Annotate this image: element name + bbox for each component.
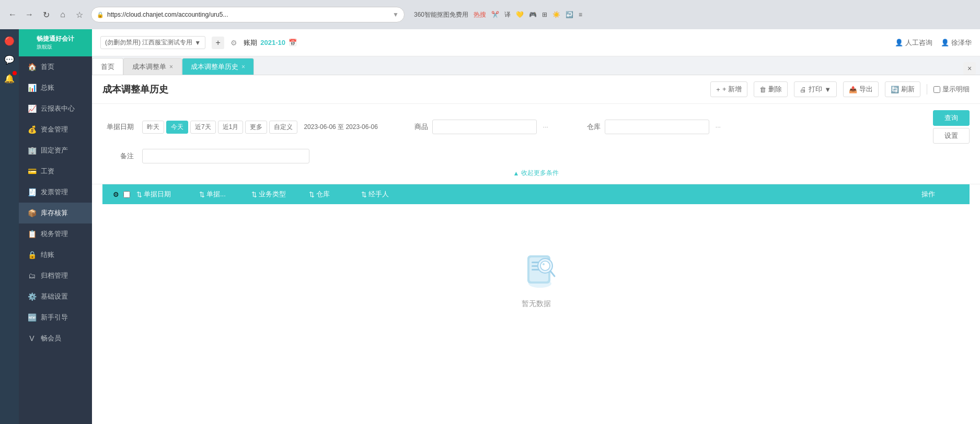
sidebar-item-funds[interactable]: 💰 资金管理	[19, 119, 92, 140]
sidebar-item-home[interactable]: 🏠 首页	[19, 56, 92, 77]
sidebar-item-assets[interactable]: 🏢 固定资产	[19, 140, 92, 161]
export-button[interactable]: 📤 导出	[843, 81, 879, 97]
sidebar-item-settings[interactable]: ⚙️ 基础设置	[19, 286, 92, 307]
icon-notification[interactable]: 🔔	[0, 69, 19, 88]
hot-search-label[interactable]: 热搜	[474, 10, 486, 19]
address-bar[interactable]: 🔒 https://cloud.chanjet.com/accounting/u…	[91, 7, 405, 22]
sidebar-item-tax[interactable]: 📋 税务管理	[19, 223, 92, 244]
date-btn-1month[interactable]: 近1月	[218, 121, 244, 134]
goods-more[interactable]: ···	[543, 123, 548, 131]
print-dropdown-icon: ▼	[824, 86, 831, 93]
calendar-icon[interactable]: 📅	[289, 39, 297, 46]
sidebar-item-newuser[interactable]: 🆕 新手引导	[19, 307, 92, 328]
col-person[interactable]: ⇅ 经手人	[361, 190, 413, 199]
company-selector[interactable]: (勿删勿禁用) 江西服宝测试专用 ▼	[100, 36, 205, 49]
sidebar-icon-funds: 💰	[27, 125, 37, 134]
date-btn-custom[interactable]: 自定义	[269, 121, 297, 134]
date-btn-7days[interactable]: 近7天	[190, 121, 216, 134]
query-button[interactable]: 查询	[933, 110, 970, 126]
sidebar-item-invoices[interactable]: 🧾 发票管理	[19, 182, 92, 203]
date-btn-yesterday[interactable]: 昨天	[142, 121, 164, 134]
refresh-button[interactable]: ↻	[39, 7, 53, 22]
export-label: 导出	[859, 85, 873, 94]
undo-tool[interactable]: ↩️	[566, 11, 573, 18]
col-type[interactable]: ⇅ 业务类型	[251, 190, 309, 199]
scissors-tool[interactable]: ✂️	[491, 11, 499, 18]
sidebar-item-reports[interactable]: 📈 云报表中心	[19, 98, 92, 119]
delete-label: 删除	[768, 85, 782, 94]
back-button[interactable]: ←	[5, 7, 20, 22]
col-date[interactable]: ⇅ 单据日期	[136, 190, 199, 199]
sidebar-item-wages[interactable]: 💳 工资	[19, 161, 92, 182]
icon-weibo[interactable]: 🔴	[0, 31, 19, 50]
icon-msg[interactable]: 💬	[0, 50, 19, 69]
menu-tool[interactable]: ≡	[579, 11, 582, 18]
search-label[interactable]: 360智能抠图免费用	[414, 10, 468, 19]
forward-button[interactable]: →	[22, 7, 37, 22]
translate-tool[interactable]: 译	[504, 10, 511, 19]
goods-input[interactable]	[432, 120, 537, 134]
tab-home[interactable]: 首页	[92, 58, 123, 75]
new-button[interactable]: + + 新增	[710, 81, 747, 97]
print-button[interactable]: 🖨 打印 ▼	[794, 81, 837, 97]
sidebar-item-inventory[interactable]: 📦 库存核算	[19, 203, 92, 223]
tab-cost-adjust-history[interactable]: 成本调整单历史 ×	[182, 58, 254, 75]
col-warehouse[interactable]: ⇅ 仓库	[309, 190, 361, 199]
empty-illustration	[513, 246, 560, 293]
select-all-checkbox[interactable]	[123, 191, 130, 198]
game-tool[interactable]: 🎮	[529, 11, 537, 18]
logo-text: 畅捷通好会计	[37, 35, 74, 43]
bookmark-button[interactable]: ☆	[72, 7, 87, 22]
settings-filter-button[interactable]: 设置	[933, 128, 970, 144]
sidebar-item-member[interactable]: V 畅会员	[19, 328, 92, 349]
service-button[interactable]: 👤 人工咨询	[895, 38, 932, 48]
sidebar-item-closing[interactable]: 🔒 结账	[19, 244, 92, 265]
sidebar-label-settings: 基础设置	[41, 292, 68, 301]
user-info[interactable]: 👤 徐泽华	[941, 38, 972, 48]
warehouse-more[interactable]: ···	[716, 123, 721, 131]
sun-tool[interactable]: ☀️	[552, 11, 560, 18]
date-btn-today[interactable]: 今天	[166, 121, 188, 134]
filter-row-date: 单据日期 昨天 今天 近7天 近1月 更多 自定义 2023-06-06 至 2…	[102, 110, 970, 144]
col-num[interactable]: ⇅ 单据...	[199, 190, 251, 199]
sort-icon-warehouse: ⇅	[309, 191, 315, 198]
url-text: https://cloud.chanjet.com/accounting/uru…	[107, 11, 389, 18]
company-dropdown-icon: ▼	[194, 39, 201, 46]
browser-chrome: ← → ↻ ⌂ ☆ 🔒 https://cloud.chanjet.com/ac…	[0, 0, 980, 29]
query-buttons: 查询 设置	[933, 110, 970, 144]
user-avatar-icon: 👤	[941, 39, 949, 46]
grid-tool[interactable]: ⊞	[542, 11, 547, 18]
show-detail-label[interactable]: 显示明细	[933, 85, 970, 94]
add-tab-button[interactable]: +	[212, 37, 224, 49]
collapse-button[interactable]: ▲ 收起更多条件	[102, 169, 970, 178]
home-button[interactable]: ⌂	[55, 7, 70, 22]
date-btn-more[interactable]: 更多	[245, 121, 267, 134]
delete-button[interactable]: 🗑 删除	[754, 81, 788, 97]
table-settings-icon[interactable]: ⚙	[109, 187, 123, 202]
goods-filter: 商品 ···	[397, 120, 550, 134]
warehouse-input[interactable]	[605, 120, 709, 134]
export-icon: 📤	[849, 86, 857, 93]
sidebar-label-member: 畅会员	[41, 334, 61, 343]
sidebar-label-assets: 固定资产	[41, 146, 68, 155]
filter-row-note: 备注	[102, 149, 970, 163]
new-label: + 新增	[722, 85, 742, 94]
refresh-button[interactable]: 🔄 刷新	[885, 81, 920, 97]
tab-home-label: 首页	[101, 62, 114, 72]
note-input[interactable]	[142, 149, 309, 163]
period-value: 2021-10	[260, 39, 285, 46]
sidebar-icon-tax: 📋	[27, 230, 37, 238]
show-detail-checkbox[interactable]	[933, 86, 940, 93]
sidebar-label-tax: 税务管理	[41, 229, 68, 239]
tab-cost-adjust-close[interactable]: ×	[169, 63, 173, 70]
user-name: 徐泽华	[951, 38, 972, 48]
note-label: 备注	[102, 151, 134, 161]
tab-cost-adjust[interactable]: 成本调整单 ×	[123, 58, 182, 75]
settings-icon[interactable]: ⚙	[230, 39, 237, 47]
window-close-button[interactable]: ×	[963, 62, 976, 75]
sidebar-item-archive[interactable]: 🗂 归档管理	[19, 265, 92, 286]
sidebar-item-ledger[interactable]: 📊 总账	[19, 77, 92, 98]
wallet-tool[interactable]: 💛	[516, 11, 524, 18]
tab-cost-adjust-history-close[interactable]: ×	[241, 63, 245, 70]
svg-point-7	[540, 261, 550, 270]
